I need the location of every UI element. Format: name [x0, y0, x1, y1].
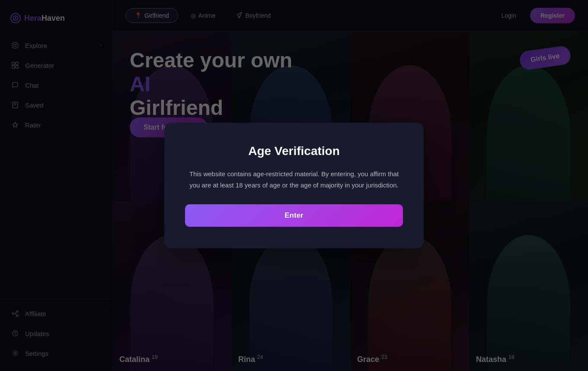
modal-title: Age Verification — [185, 144, 403, 158]
age-verification-overlay: Age Verification This website contains a… — [0, 0, 588, 371]
age-verification-modal: Age Verification This website contains a… — [164, 123, 424, 248]
modal-enter-button[interactable]: Enter — [185, 204, 403, 227]
modal-body-text: This website contains age-restricted mat… — [185, 168, 403, 190]
